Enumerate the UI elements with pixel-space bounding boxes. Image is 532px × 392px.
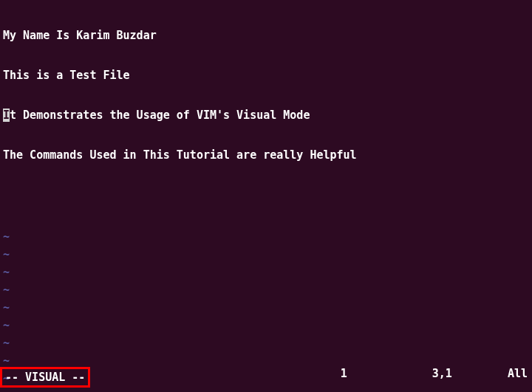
mode-indicator-highlight: -- VISUAL -- <box>0 367 90 388</box>
empty-line-tilde: ~ <box>3 317 529 334</box>
empty-line-tilde: ~ <box>3 228 529 246</box>
empty-line-tilde: ~ <box>3 299 529 317</box>
buffer-empty-line <box>3 188 529 202</box>
editor-buffer[interactable]: My Name Is Karim Buzdar This is a Test F… <box>0 0 532 392</box>
empty-line-tilde: ~ <box>3 246 529 264</box>
selection-count: 1 <box>341 367 347 388</box>
buffer-line: The Commands Used in This Tutorial are r… <box>3 148 529 162</box>
cursor-after: t Demonstrates the Usage of VIM's Visual… <box>10 109 310 122</box>
empty-line-tilde: ~ <box>3 334 529 352</box>
cursor-position: 3,1 <box>432 367 452 388</box>
scroll-percent: All <box>508 367 528 388</box>
empty-line-tilde: ~ <box>3 281 529 299</box>
buffer-line: My Name Is Karim Buzdar <box>3 29 529 42</box>
buffer-line: It Demonstrates the Usage of VIM's Visua… <box>3 109 529 122</box>
status-bar: -- VISUAL -- 1 3,1 All <box>3 367 529 388</box>
status-spacer <box>90 367 340 388</box>
mode-indicator: -- VISUAL -- <box>5 371 85 384</box>
empty-line-tilde: ~ <box>3 388 529 392</box>
buffer-line: This is a Test File <box>3 69 529 82</box>
empty-line-tilde: ~ <box>3 264 529 281</box>
cursor: I <box>3 109 10 122</box>
